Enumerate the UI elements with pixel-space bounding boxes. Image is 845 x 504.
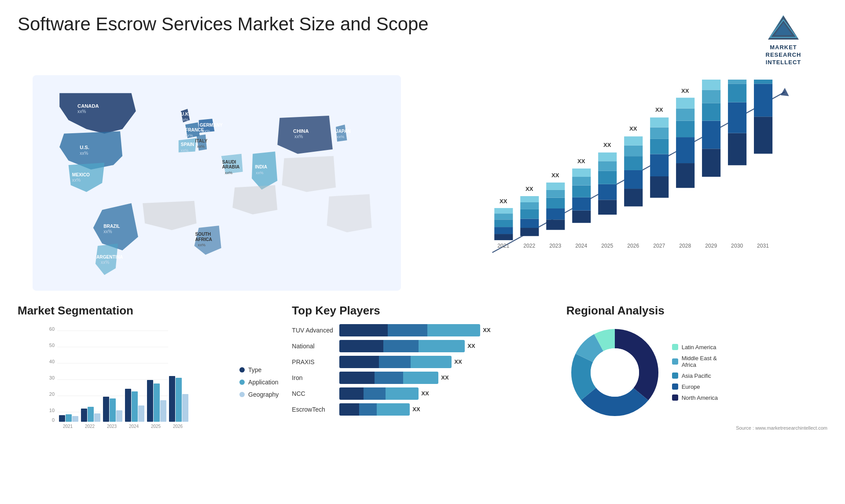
svg-text:U.S.: U.S. (80, 145, 89, 150)
svg-text:ARABIA: ARABIA (222, 164, 240, 169)
legend-type: Type (239, 366, 279, 373)
svg-rect-76 (624, 156, 643, 170)
player-bar-container: XX (339, 356, 553, 368)
player-bar-container: XX (339, 372, 553, 384)
legend-dot-type (239, 367, 245, 373)
svg-text:MEXICO: MEXICO (72, 172, 90, 177)
legend-item-mea: Middle East &Africa (672, 355, 718, 368)
svg-text:XX: XX (525, 185, 533, 192)
svg-text:2030: 2030 (731, 243, 743, 249)
svg-rect-140 (138, 405, 144, 422)
svg-rect-88 (676, 163, 694, 188)
svg-text:xx%: xx% (103, 229, 112, 234)
svg-rect-134 (103, 397, 109, 422)
svg-rect-57 (546, 183, 565, 190)
svg-text:CHINA: CHINA (293, 128, 309, 133)
svg-text:xx%: xx% (197, 144, 205, 149)
svg-text:20: 20 (49, 391, 55, 397)
growth-chart-section: XX 2021 XX 2022 XX 2023 (429, 75, 827, 291)
regional-legend: Latin America Middle East &Africa Asia P… (672, 344, 718, 401)
svg-rect-109 (754, 84, 772, 117)
svg-text:xx%: xx% (77, 109, 86, 113)
svg-rect-92 (676, 98, 694, 108)
legend-label-apac: Asia Pacific (682, 373, 711, 379)
player-name: PRAXIS (292, 358, 336, 365)
segmentation-chart-svg: 60 50 40 30 20 10 0 (18, 324, 231, 430)
svg-text:2027: 2027 (653, 243, 665, 249)
svg-text:xx%: xx% (181, 117, 188, 122)
legend-type-label: Type (248, 366, 261, 373)
svg-rect-69 (598, 171, 617, 184)
svg-text:XX: XX (759, 80, 767, 81)
svg-text:XX: XX (577, 158, 585, 164)
svg-rect-139 (132, 391, 138, 422)
svg-rect-84 (650, 127, 669, 139)
svg-text:xx%: xx% (101, 259, 109, 264)
svg-rect-50 (520, 196, 539, 202)
svg-rect-91 (676, 108, 694, 121)
svg-text:xx%: xx% (202, 128, 210, 133)
svg-rect-148 (182, 394, 188, 422)
legend-dot-na (672, 394, 678, 401)
svg-rect-49 (520, 202, 539, 209)
svg-text:XX: XX (551, 172, 559, 179)
svg-text:xx%: xx% (225, 170, 232, 175)
svg-text:XX: XX (733, 80, 741, 81)
svg-rect-108 (754, 117, 772, 153)
legend-geo-label: Geography (248, 391, 279, 398)
svg-rect-41 (494, 219, 513, 227)
world-map-svg: CANADA xx% U.S. xx% MEXICO xx% BRAZIL xx… (18, 75, 416, 291)
player-value: XX (467, 343, 475, 349)
svg-rect-102 (728, 133, 746, 165)
legend-dot-latin (672, 344, 678, 350)
legend-item-apac: Asia Pacific (672, 373, 718, 379)
regional-section: Regional Analysis (566, 304, 827, 431)
svg-rect-135 (110, 398, 116, 422)
header: Software Escrow Services Market Size and… (18, 13, 827, 66)
legend-dot-mea (672, 358, 678, 365)
legend-app-label: Application (248, 379, 279, 386)
regional-title: Regional Analysis (566, 304, 827, 318)
world-map-section: CANADA xx% U.S. xx% MEXICO xx% BRAZIL xx… (18, 75, 416, 291)
svg-text:2026: 2026 (627, 243, 639, 249)
legend-label-latin: Latin America (682, 344, 716, 351)
svg-text:10: 10 (49, 408, 55, 413)
svg-rect-142 (147, 380, 153, 422)
svg-text:2025: 2025 (151, 424, 161, 429)
player-name: Iron (292, 374, 336, 381)
svg-rect-97 (702, 103, 720, 121)
player-bar-container: XX (339, 403, 553, 416)
page-container: Software Escrow Services Market Size and… (0, 0, 845, 504)
svg-text:XX: XX (500, 198, 507, 205)
list-item: EscrowTech XX (292, 403, 553, 416)
svg-text:INDIA: INDIA (255, 164, 267, 169)
svg-text:JAPAN: JAPAN (336, 128, 351, 133)
svg-text:SOUTH: SOUTH (195, 232, 211, 237)
svg-rect-132 (94, 413, 100, 422)
svg-rect-43 (494, 208, 513, 213)
legend-label-mea: Middle East &Africa (682, 355, 717, 368)
svg-text:FRANCE: FRANCE (185, 127, 204, 132)
legend-item-latin: Latin America (672, 344, 718, 351)
svg-rect-48 (520, 209, 539, 219)
svg-marker-38 (781, 88, 789, 96)
svg-text:SPAIN: SPAIN (181, 142, 194, 147)
legend-label-europe: Europe (682, 383, 700, 390)
svg-rect-53 (546, 219, 565, 230)
list-item: TUV Advanced XX (292, 324, 553, 336)
legend-geo: Geography (239, 391, 279, 398)
svg-text:xx%: xx% (256, 170, 263, 175)
svg-rect-56 (546, 190, 565, 198)
svg-text:ARGENTINA: ARGENTINA (96, 254, 123, 259)
svg-text:SAUDI: SAUDI (222, 160, 236, 164)
svg-text:xx%: xx% (198, 243, 206, 247)
player-value: XX (483, 327, 490, 333)
svg-rect-82 (650, 154, 669, 176)
list-item: Iron XX (292, 372, 553, 384)
segmentation-title: Market Segmentation (18, 304, 279, 318)
player-value: XX (421, 390, 429, 397)
svg-text:BRAZIL: BRAZIL (103, 224, 120, 229)
svg-rect-103 (728, 102, 746, 133)
logo-area: MARKETRESEARCHINTELLECT (739, 13, 827, 66)
svg-text:xx%: xx% (80, 150, 88, 155)
